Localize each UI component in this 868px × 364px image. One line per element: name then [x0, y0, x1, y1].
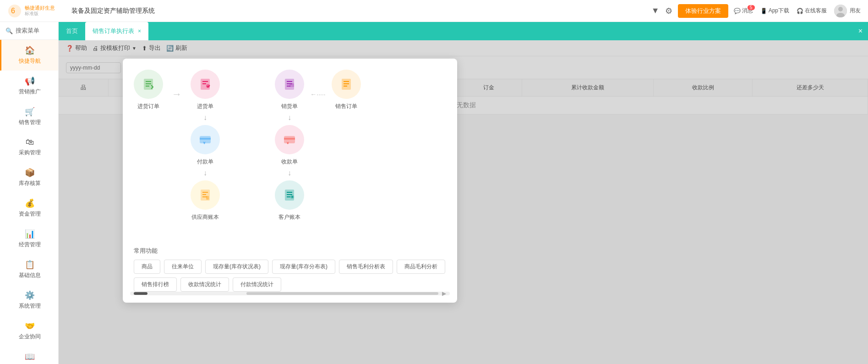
basic-info-icon: 📋: [25, 260, 35, 270]
sidebar-item-sales[interactable]: 🛒 销售管理: [0, 101, 58, 132]
purchase-bill-label: 进货单: [197, 103, 213, 110]
receipt-circle: ¥: [275, 125, 304, 154]
search-menu[interactable]: 🔍 搜索菜单: [0, 22, 58, 40]
sales-order-item[interactable]: 销售订单: [332, 70, 361, 110]
tab-close-all[interactable]: ×: [853, 27, 868, 35]
sales-order-circle: [332, 70, 361, 99]
settings-dropdown-icon[interactable]: ▼: [651, 6, 660, 16]
purchase-bill-circle: [191, 70, 220, 99]
online-service-label: 在线客服: [805, 7, 827, 15]
sidebar-item-operations[interactable]: 📊 经营管理: [0, 223, 58, 254]
modal: 进货订单 → 进货单: [123, 59, 457, 303]
arrow-down-receipt: ↓: [275, 168, 304, 179]
sidebar-item-marketing[interactable]: 📢 营销推广: [0, 71, 58, 101]
quick-nav-label: 快捷导航: [19, 57, 41, 65]
sidebar-item-system[interactable]: ⚙️ 系统管理: [0, 285, 58, 315]
fourth-row: ↓ ↓: [134, 168, 446, 179]
sales-bill-circle: [275, 70, 304, 99]
sales-label: 销售管理: [19, 119, 41, 126]
common-btn-receipt-stat[interactable]: 收款情况统计: [180, 277, 229, 292]
sidebar-item-purchase[interactable]: 🛍 采购管理: [0, 132, 58, 162]
svg-rect-18: [206, 196, 209, 200]
purchase-icon: 🛍: [26, 137, 34, 147]
common-btn-sales-rank[interactable]: 销售排行榜: [134, 277, 177, 292]
common-btn-partner[interactable]: 往来单位: [164, 260, 202, 274]
svg-text:¥: ¥: [286, 141, 289, 145]
spacer-3: [220, 112, 275, 123]
tab-sales-orders-label: 销售订单执行表: [93, 27, 134, 35]
purchase-order-circle: [134, 70, 163, 99]
app-download-btn[interactable]: 📱 App下载: [760, 7, 789, 15]
spacer-5: [163, 125, 191, 166]
supplier-ledger-circle: [191, 180, 220, 210]
inventory-icon: 📦: [25, 168, 35, 178]
modal-scrollbar[interactable]: ▶: [130, 292, 450, 295]
content-area: 首页 销售订单执行表 × × ❓ 帮助 🖨 按: [59, 22, 868, 364]
experience-btn[interactable]: 体验行业方案: [678, 4, 728, 18]
customer-ledger-item[interactable]: 客户账本: [275, 180, 304, 221]
down-arrow-icon-3: ↓: [191, 168, 220, 179]
sales-bill-item[interactable]: 销货单: [275, 70, 304, 110]
logo-area: 6 畅捷通好生意 标准版: [7, 4, 66, 18]
system-icon: ⚙️: [25, 290, 35, 300]
settings-gear-icon[interactable]: ⚙: [665, 6, 672, 16]
common-btn-stock-dist[interactable]: 现存量(库存分布表): [272, 260, 335, 274]
purchase-order-label: 进货订单: [137, 103, 159, 110]
common-btns-row-2: 销售排行榜 收款情况统计 付款情况统计: [134, 277, 446, 292]
spacer-1: [134, 112, 163, 123]
user-area[interactable]: 用友: [834, 5, 861, 17]
tab-close-icon[interactable]: ×: [138, 28, 141, 34]
fifth-row: 供应商账本 客户账本: [134, 180, 446, 221]
enterprise-icon: 🤝: [25, 321, 35, 331]
common-btn-sales-profit[interactable]: 销售毛利分析表: [339, 260, 393, 274]
arrow-right-1: →: [163, 88, 191, 100]
online-service-btn[interactable]: 🎧 在线客服: [797, 7, 827, 15]
finance-icon: 💰: [25, 198, 35, 208]
third-row: ￥ 付款单 ¥: [134, 125, 446, 166]
modal-overlay[interactable]: 进货订单 → 进货单: [59, 40, 868, 364]
arrow-down-payment: ↓: [191, 168, 220, 179]
search-icon: 🔍: [5, 27, 13, 34]
message-icon: 💬: [734, 8, 741, 14]
spacer-8: [163, 168, 191, 179]
common-btn-payment-stat[interactable]: 付款情况统计: [233, 277, 281, 292]
tab-sales-orders[interactable]: 销售订单执行表 ×: [85, 22, 148, 40]
receipt-item[interactable]: ¥ 收款单: [275, 125, 304, 166]
common-btn-stock-status[interactable]: 现存量(库存状况表): [205, 260, 268, 274]
spacer-7: [134, 168, 163, 179]
sales-order-label: 销售订单: [335, 103, 357, 110]
purchase-bill-item[interactable]: 进货单: [191, 70, 220, 110]
spacer-4: [134, 125, 163, 166]
sidebar-item-inventory[interactable]: 📦 库存核算: [0, 162, 58, 193]
enterprise-label: 企业协同: [19, 333, 41, 341]
sales-icon: 🛒: [25, 107, 35, 117]
operations-label: 经营管理: [19, 241, 41, 249]
purchase-order-item[interactable]: 进货订单: [134, 70, 163, 110]
arrow-down-purchase: ↓: [191, 112, 220, 123]
payment-circle: ￥: [191, 125, 220, 154]
spacer-9: [220, 168, 275, 179]
svg-point-3: [838, 7, 843, 11]
tab-home[interactable]: 首页: [59, 22, 85, 40]
spacer-12: [220, 180, 275, 221]
sidebar-item-finance[interactable]: 💰 资金管理: [0, 193, 58, 223]
common-btn-product-profit[interactable]: 商品毛利分析: [397, 260, 445, 274]
sidebar-item-newbie[interactable]: 📖 新手引导: [0, 346, 58, 364]
svg-rect-15: [284, 138, 295, 140]
app-download-label: App下载: [769, 7, 789, 15]
user-name: 用友: [850, 7, 861, 15]
svg-rect-9: [289, 83, 294, 87]
second-row: ↓ ↓: [134, 112, 446, 123]
payment-item[interactable]: ￥ 付款单: [191, 125, 220, 166]
common-btn-product[interactable]: 商品: [134, 260, 160, 274]
spacer-11: [163, 180, 191, 221]
message-btn[interactable]: 💬 消息 5: [734, 7, 753, 15]
sidebar-item-quick-nav[interactable]: 🏠 快捷导航: [0, 40, 58, 71]
search-menu-label: 搜索菜单: [16, 27, 39, 35]
sidebar-item-basic-info[interactable]: 📋 基础信息: [0, 254, 58, 285]
system-label: 系统管理: [19, 302, 41, 310]
sidebar-item-enterprise[interactable]: 🤝 企业协同: [0, 315, 58, 346]
spacer-2: [163, 112, 191, 123]
down-arrow-icon-4: ↓: [275, 168, 304, 179]
supplier-ledger-item[interactable]: 供应商账本: [191, 180, 220, 221]
